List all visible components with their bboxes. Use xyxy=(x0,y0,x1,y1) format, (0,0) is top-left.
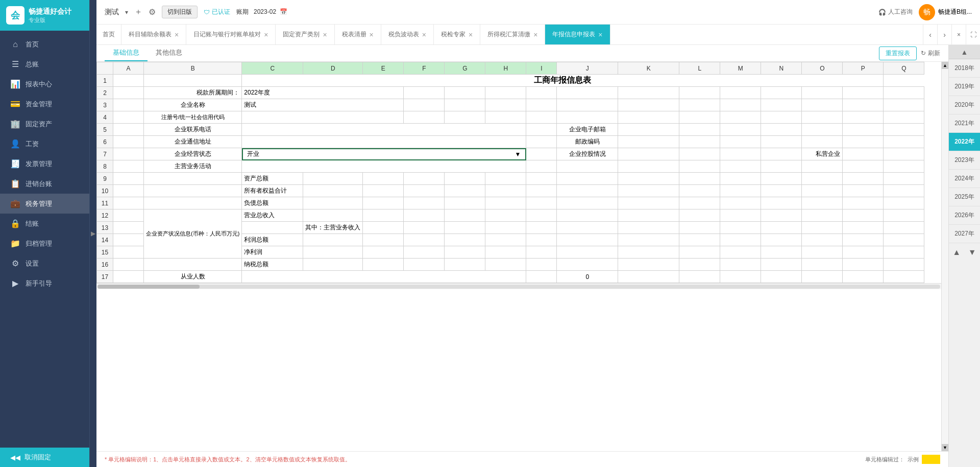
tab-aux-balance[interactable]: 科目辅助余额表 × xyxy=(121,25,186,45)
cell-11q[interactable] xyxy=(884,197,924,209)
year-nav-down-button[interactable]: ▼ xyxy=(965,245,979,260)
cell-4f[interactable] xyxy=(404,111,445,124)
sidebar-item-wages[interactable]: 👤 工资 xyxy=(0,134,89,154)
cell-7q[interactable] xyxy=(884,148,924,160)
cell-16g[interactable] xyxy=(445,259,485,271)
cell-12b-merged[interactable]: 企业资产状况信息(币种：人民币万元) xyxy=(144,209,242,259)
cell-6b[interactable]: 企业通信地址 xyxy=(144,136,242,148)
cell-7l[interactable] xyxy=(679,148,720,160)
cell-6j[interactable]: 邮政编码 xyxy=(557,136,618,148)
cell-9j[interactable] xyxy=(557,173,618,185)
cell-7m[interactable] xyxy=(720,148,761,160)
cell-12d[interactable] xyxy=(303,209,363,222)
year-item-2019[interactable]: 2019年 xyxy=(949,78,980,96)
cell-8k[interactable] xyxy=(618,160,679,173)
cell-3a[interactable] xyxy=(113,99,144,111)
cell-5a[interactable] xyxy=(113,124,144,136)
cell-10k[interactable] xyxy=(618,185,679,197)
cell-13n[interactable] xyxy=(761,222,802,234)
cell-3g[interactable] xyxy=(445,99,485,111)
cell-8o[interactable] xyxy=(802,160,843,173)
col-header-k[interactable]: K xyxy=(618,62,679,75)
cell-15m[interactable] xyxy=(720,246,761,259)
cell-10i[interactable] xyxy=(526,185,557,197)
cell-16h[interactable] xyxy=(485,259,526,271)
cell-12h[interactable] xyxy=(485,209,526,222)
col-header-e[interactable]: E xyxy=(363,62,404,75)
cell-10d[interactable] xyxy=(303,185,363,197)
cell-14e[interactable] xyxy=(363,234,404,246)
cell-11m[interactable] xyxy=(720,197,761,209)
tab-annual-report[interactable]: 年报信息申报表 × xyxy=(545,25,610,45)
cell-11i[interactable] xyxy=(526,197,557,209)
cell-12n[interactable] xyxy=(761,209,802,222)
cell-9k[interactable] xyxy=(618,173,679,185)
add-tab-icon[interactable]: ＋ xyxy=(134,7,142,17)
cell-4j[interactable] xyxy=(557,111,618,124)
cell-16e[interactable] xyxy=(363,259,404,271)
cell-3l[interactable] xyxy=(679,99,720,111)
tab-close-icon[interactable]: × xyxy=(598,31,602,39)
cell-17c[interactable] xyxy=(242,271,526,283)
tab-fixed-cat[interactable]: 固定资产类别 × xyxy=(276,25,334,45)
cell-8i[interactable] xyxy=(526,160,557,173)
cell-17l[interactable] xyxy=(679,271,720,283)
cell-8l[interactable] xyxy=(679,160,720,173)
col-header-b[interactable]: B xyxy=(144,62,242,75)
cell-2h[interactable] xyxy=(485,87,526,99)
cell-3q[interactable] xyxy=(884,99,924,111)
cell-10e[interactable] xyxy=(363,185,404,197)
cell-14l[interactable] xyxy=(679,234,720,246)
cell-7j[interactable]: 企业控股情况 xyxy=(557,148,618,160)
cell-12e[interactable] xyxy=(363,209,404,222)
tab-close-icon[interactable]: × xyxy=(323,31,327,39)
cell-15i[interactable] xyxy=(526,246,557,259)
old-version-button[interactable]: 切到旧版 xyxy=(162,6,198,18)
cell-4n[interactable] xyxy=(761,111,802,124)
sidebar-item-settings[interactable]: ⚙ 设置 xyxy=(0,253,89,273)
cell-13q[interactable] xyxy=(884,222,924,234)
cell-8b[interactable]: 主营业务活动 xyxy=(144,160,242,173)
cell-13k[interactable] xyxy=(618,222,679,234)
cell-11g[interactable] xyxy=(445,197,485,209)
sidebar-pin[interactable]: ◀◀ 取消固定 xyxy=(0,448,89,467)
sidebar-item-funds[interactable]: 💳 资金管理 xyxy=(0,94,89,114)
cell-15o[interactable] xyxy=(802,246,843,259)
cell-5b[interactable]: 企业联系电话 xyxy=(144,124,242,136)
year-item-2025[interactable]: 2025年 xyxy=(949,188,980,206)
cell-11b[interactable] xyxy=(144,197,242,209)
sidebar-item-closing[interactable]: 🔒 结账 xyxy=(0,214,89,233)
cell-6p[interactable] xyxy=(843,136,884,148)
cell-5k[interactable] xyxy=(618,124,679,136)
cell-5m[interactable] xyxy=(720,124,761,136)
cell-11n[interactable] xyxy=(761,197,802,209)
cell-16a[interactable] xyxy=(113,259,144,271)
cell-10f[interactable] xyxy=(404,185,445,197)
sidebar-item-tax[interactable]: 💼 税务管理 xyxy=(0,194,89,214)
cell-4a[interactable] xyxy=(113,111,144,124)
cell-2m[interactable] xyxy=(720,87,761,99)
cell-2g[interactable] xyxy=(445,87,485,99)
cell-14c[interactable]: 利润总额 xyxy=(242,234,303,246)
cell-3b[interactable]: 企业名称 xyxy=(144,99,242,111)
cell-3n[interactable] xyxy=(761,99,802,111)
col-header-l[interactable]: L xyxy=(679,62,720,75)
cell-4b[interactable]: 注册号/统一社会信用代码 xyxy=(144,111,242,124)
cell-2p[interactable] xyxy=(843,87,884,99)
cell-17k[interactable] xyxy=(618,271,679,283)
cell-9m[interactable] xyxy=(720,173,761,185)
col-header-j[interactable]: J xyxy=(557,62,618,75)
tab-close-all-button[interactable]: × xyxy=(951,25,966,45)
cell-3i[interactable] xyxy=(526,99,557,111)
cell-5i[interactable] xyxy=(526,124,557,136)
cell-13f[interactable] xyxy=(404,222,445,234)
tab-tax-return[interactable]: 税表清册 × xyxy=(335,25,381,45)
sidebar-item-invoices[interactable]: 🧾 发票管理 xyxy=(0,154,89,174)
tab-tax-change[interactable]: 税负波动表 × xyxy=(381,25,434,45)
col-header-f[interactable]: F xyxy=(404,62,445,75)
cell-15p[interactable] xyxy=(843,246,884,259)
tab-home[interactable]: 首页 xyxy=(96,25,121,45)
cell-2n[interactable] xyxy=(761,87,802,99)
cell-1b[interactable] xyxy=(144,75,242,87)
cell-15g[interactable] xyxy=(445,246,485,259)
